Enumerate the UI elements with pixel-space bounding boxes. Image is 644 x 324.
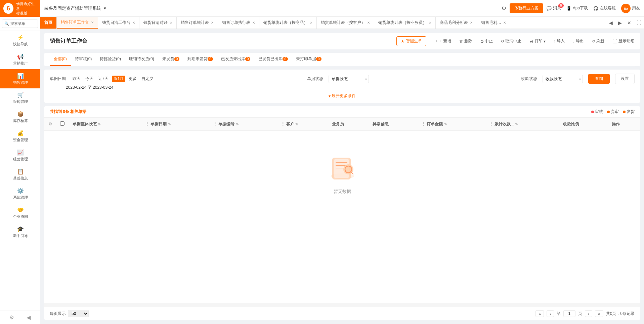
search-menu-btn[interactable]: 🔍 搜索菜单 bbox=[2, 19, 38, 28]
tab-scroll-left-btn[interactable]: ◀ bbox=[606, 17, 615, 29]
per-page-select[interactable]: 50 bbox=[68, 310, 89, 317]
drag-handle-number[interactable]: ⋮ bbox=[213, 121, 217, 126]
tab-home[interactable]: 首页 bbox=[40, 17, 57, 29]
solution-btn[interactable]: 体验行业方案 bbox=[510, 3, 543, 13]
app-download-btn[interactable]: 📱 App下载 bbox=[566, 5, 588, 11]
import-btn[interactable]: ↑ 导入 bbox=[551, 37, 567, 45]
sidebar-item-guide[interactable]: 🎓 新手引导 bbox=[0, 222, 40, 242]
tab-close-goods-stats[interactable]: ✕ bbox=[310, 21, 312, 25]
export-btn[interactable]: ↓ 导出 bbox=[570, 37, 587, 45]
tab-close-reconcile[interactable]: ✕ bbox=[170, 21, 172, 25]
last-page-btn[interactable]: » bbox=[595, 310, 603, 317]
horizontal-scrollbar[interactable] bbox=[44, 303, 640, 307]
tab-close-sales-margin[interactable]: ✕ bbox=[503, 21, 506, 25]
date-btn-today[interactable]: 今天 bbox=[84, 75, 95, 82]
sidebar-item-sales[interactable]: 📊 销售管理 bbox=[0, 69, 40, 88]
drag-handle-cumulative[interactable]: ⋮ bbox=[489, 121, 493, 126]
tab-goods-stats[interactable]: 销货单统计表（按商品） ✕ bbox=[259, 17, 317, 29]
sidebar-item-finance[interactable]: 💰 资金管理 bbox=[0, 127, 40, 146]
tab-sales-margin[interactable]: 销售毛利… ✕ bbox=[477, 17, 510, 29]
subtab-unprinted[interactable]: 未打印单据0 bbox=[292, 53, 326, 66]
sort-icon-customer[interactable]: ⇅ bbox=[295, 122, 298, 126]
show-detail-checkbox[interactable]: 显示明细 bbox=[613, 38, 635, 44]
prev-page-btn[interactable]: ‹ bbox=[547, 310, 554, 317]
tab-sales-exec[interactable]: 销售订单执行表 ✕ bbox=[218, 17, 259, 29]
sidebar-item-purchase[interactable]: 🛒 采购管理 bbox=[0, 88, 40, 108]
sidebar-item-basic-info[interactable]: 📋 基础信息 bbox=[0, 165, 40, 184]
sidebar-item-enterprise[interactable]: 🤝 企业协同 bbox=[0, 203, 40, 222]
sidebar-item-inventory[interactable]: 📦 库存核算 bbox=[0, 108, 40, 127]
sidebar-item-quick-nav[interactable]: ⚡ 快捷导航 bbox=[0, 31, 40, 50]
refresh-btn[interactable]: ↻ 刷新 bbox=[589, 37, 607, 45]
user-menu-btn[interactable]: Ea 用友 bbox=[621, 4, 640, 13]
tab-close-sales-exec[interactable]: ✕ bbox=[252, 21, 255, 25]
tab-close-daily-clear[interactable]: ✕ bbox=[132, 21, 135, 25]
unaudit-action-btn[interactable]: 弃审 bbox=[607, 109, 619, 115]
cancel-suspend-btn[interactable]: ↺ 取消中止 bbox=[498, 37, 524, 45]
tab-close-all-btn[interactable]: ✕ bbox=[625, 17, 634, 29]
sidebar-item-operations[interactable]: 📈 经营管理 bbox=[0, 146, 40, 165]
first-page-btn[interactable]: « bbox=[535, 310, 544, 317]
query-btn[interactable]: 查询 bbox=[588, 74, 610, 84]
audit-action-btn[interactable]: 审核 bbox=[591, 109, 603, 115]
next-page-btn[interactable]: › bbox=[585, 310, 592, 317]
page-number-input[interactable] bbox=[563, 310, 575, 317]
column-settings-icon[interactable]: ⚙ bbox=[48, 122, 52, 126]
subtab-overdue-unshipped[interactable]: 到期未发货0 bbox=[183, 53, 217, 66]
subtab-pending-audit[interactable]: 待审核(0) bbox=[71, 53, 96, 66]
tab-scroll-right-btn[interactable]: ▶ bbox=[615, 17, 625, 29]
tab-fullscreen-btn[interactable]: ⛶ bbox=[634, 17, 644, 29]
sort-icon-amount[interactable]: ⇅ bbox=[444, 122, 447, 126]
tab-close-margin-analysis[interactable]: ✕ bbox=[470, 21, 473, 25]
date-btn-yesterday[interactable]: 昨天 bbox=[71, 75, 82, 82]
delete-btn[interactable]: 🗑 删除 bbox=[457, 37, 475, 45]
sort-icon-date[interactable]: ⇅ bbox=[168, 122, 171, 126]
sidebar-settings-btn[interactable]: ⚙ bbox=[9, 314, 14, 321]
tab-close-sales-workbench[interactable]: ✕ bbox=[91, 21, 94, 24]
suspend-btn[interactable]: ⊘ 中止 bbox=[478, 37, 496, 45]
subtab-pending-check[interactable]: 待拣验货(0) bbox=[96, 53, 125, 66]
subtab-wangpu[interactable]: 旺铺待发货(0) bbox=[125, 53, 158, 66]
tab-sales-stats[interactable]: 销售订单统计表 ✕ bbox=[177, 17, 218, 29]
status-filter-select[interactable]: 单据状态 bbox=[329, 75, 369, 83]
online-service-btn[interactable]: 🎧 在线客服 bbox=[593, 5, 616, 11]
drag-handle-date[interactable]: ⋮ bbox=[145, 121, 149, 126]
add-btn[interactable]: ＋ + 新增 bbox=[432, 37, 454, 45]
subtab-shipped-not-out[interactable]: 已发货未出库0 bbox=[217, 53, 255, 66]
sidebar-collapse-btn[interactable]: ◀ bbox=[27, 314, 31, 321]
ship-action-btn[interactable]: 发货 bbox=[623, 109, 635, 115]
subtab-all[interactable]: 全部(0) bbox=[50, 53, 71, 66]
tab-reconcile[interactable]: 钱货日清对账 ✕ bbox=[139, 17, 177, 29]
select-all-checkbox[interactable] bbox=[60, 121, 65, 126]
subtab-shipped-out[interactable]: 已发货已出库0 bbox=[254, 53, 292, 66]
drag-handle-customer[interactable]: ⋮ bbox=[281, 121, 285, 126]
sort-icon-cumulative[interactable]: ⇅ bbox=[515, 122, 518, 126]
print-btn[interactable]: 🖨 打印 ▾ bbox=[527, 37, 548, 45]
tab-customer-stats[interactable]: 销货单统计表（按客户） ✕ bbox=[317, 17, 374, 29]
sort-icon-status[interactable]: ⇅ bbox=[98, 122, 100, 126]
tab-sales-workbench[interactable]: 销售订单工作台 ✕ bbox=[57, 17, 98, 29]
date-btn-1month[interactable]: 近1月 bbox=[112, 76, 125, 82]
drag-handle-amount[interactable]: ⋮ bbox=[421, 121, 426, 126]
date-btn-more[interactable]: 更多 bbox=[127, 75, 138, 82]
detail-checkbox-input[interactable] bbox=[613, 39, 617, 43]
date-btn-custom[interactable]: 自定义 bbox=[140, 75, 155, 82]
filter-setting-btn[interactable]: 设置 bbox=[615, 74, 635, 84]
tab-margin-analysis[interactable]: 商品毛利分析表 ✕ bbox=[436, 17, 477, 29]
system-dropdown-btn[interactable]: ▾ bbox=[104, 6, 106, 11]
tab-close-customer-stats[interactable]: ✕ bbox=[367, 21, 370, 25]
sidebar-item-system[interactable]: ⚙️ 系统管理 bbox=[0, 184, 40, 203]
date-btn-7days[interactable]: 近7天 bbox=[97, 75, 110, 82]
tab-close-sales-rep-stats[interactable]: ✕ bbox=[429, 21, 431, 25]
tab-daily-clear[interactable]: 钱货日清工作台 ✕ bbox=[98, 17, 139, 29]
payment-filter-select[interactable]: 收款状态 bbox=[543, 75, 583, 83]
expand-filters-btn[interactable]: ▾ 展开更多条件 bbox=[329, 93, 356, 99]
sidebar-item-marketing[interactable]: 📢 营销推广 bbox=[0, 50, 40, 69]
tab-close-sales-stats[interactable]: ✕ bbox=[211, 21, 214, 25]
subtab-unshipped[interactable]: 未发货0 bbox=[158, 53, 184, 66]
sort-icon-number[interactable]: ⇅ bbox=[236, 122, 239, 126]
topbar-settings-btn[interactable]: ⚙ bbox=[502, 5, 506, 11]
tab-sales-rep-stats[interactable]: 销货单统计表（按业务员） ✕ bbox=[374, 17, 436, 29]
message-btn[interactable]: 💬 消息 6 bbox=[547, 5, 561, 11]
smart-generate-btn[interactable]: ★ 智能生单 bbox=[396, 36, 426, 46]
